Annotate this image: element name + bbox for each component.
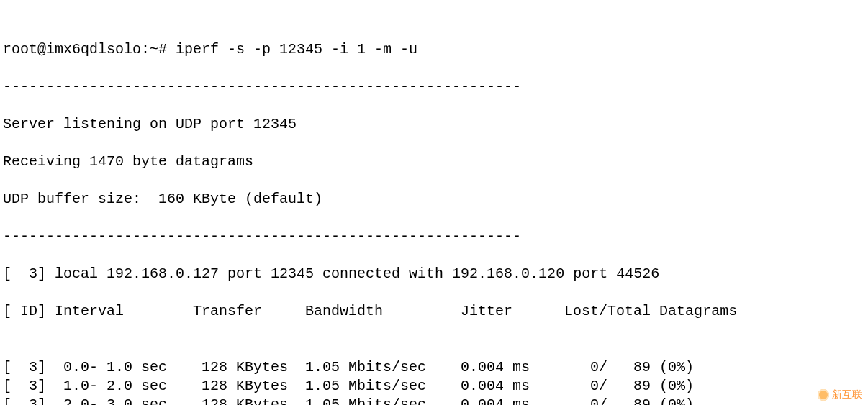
connection-line: [ 3] local 192.168.0.127 port 12345 conn… [3,265,865,283]
server-listening: Server listening on UDP port 12345 [3,115,865,134]
col-bandwidth: Bandwidth [305,302,461,321]
table-header: [ ID]IntervalTransferBandwidthJitterLost… [3,302,865,321]
col-id: [ ID] [3,302,55,321]
col-interval: Interval [55,302,193,321]
watermark-icon [818,389,829,401]
watermark: 新互联 [818,388,862,401]
divider: ----------------------------------------… [3,78,865,96]
server-buffer: UDP buffer size: 160 KByte (default) [3,190,865,209]
command: iperf -s -p 12345 -i 1 -m -u [176,40,417,59]
table-row: [ 3] 0.0- 1.0 sec 128 KBytes1.05 Mbits/s… [3,358,865,377]
table-row: [ 3] 1.0- 2.0 sec 128 KBytes1.05 Mbits/s… [3,377,865,396]
server-receiving: Receiving 1470 byte datagrams [3,153,865,171]
table-body: [ 3] 0.0- 1.0 sec 128 KBytes1.05 Mbits/s… [3,340,865,405]
prompt: root@imx6qdlsolo:~# [3,40,167,59]
terminal-output: root@imx6qdlsolo:~# iperf -s -p 12345 -i… [3,22,865,405]
table-row: [ 3] 2.0- 3.0 sec 128 KBytes1.05 Mbits/s… [3,396,865,405]
col-jitter: Jitter [461,302,564,321]
watermark-text: 新互联 [832,388,862,400]
col-losttotal: Lost/Total Datagrams [564,302,737,321]
col-transfer: Transfer [193,302,305,321]
divider: ----------------------------------------… [3,227,865,246]
